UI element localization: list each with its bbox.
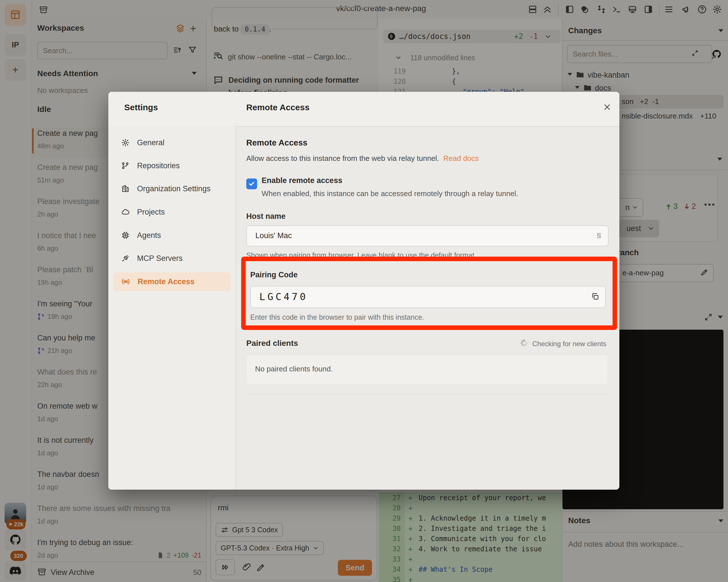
nav-item-agents[interactable]: Agents — [113, 226, 231, 245]
nav-item-organization-settings[interactable]: Organization Settings — [113, 179, 231, 198]
paired-empty-text: No paired clients found. — [255, 365, 333, 373]
enable-remote-access-checkbox[interactable] — [246, 178, 257, 189]
paired-clients-box: No paired clients found. — [246, 355, 608, 385]
nav-item-repositories[interactable]: Repositories — [113, 156, 231, 175]
text-cursor-icon — [596, 231, 603, 240]
host-name-value: Louis' Mac — [255, 231, 292, 240]
settings-title: Settings — [124, 103, 158, 112]
modal-header: Settings Remote Access — [108, 92, 619, 127]
host-name-label: Host name — [246, 212, 286, 221]
checkbox-label[interactable]: Enable remote access — [262, 176, 342, 185]
checkbox-description: When enabled, this instance can be acces… — [262, 189, 518, 198]
nav-item-mcp-servers[interactable]: MCP Servers — [113, 249, 231, 268]
app-window: vk/ccf0-create-a-new-pag — [0, 0, 728, 582]
close-icon[interactable] — [602, 102, 612, 112]
modal-divider — [246, 394, 607, 394]
section-description: Allow access to this instance from the w… — [246, 154, 478, 163]
host-name-input[interactable]: Louis' Mac — [246, 225, 608, 246]
settings-nav: General Repositories Organization Settin… — [108, 126, 236, 490]
nav-item-general[interactable]: General — [113, 133, 231, 152]
modal-page-title: Remote Access — [246, 103, 309, 112]
spinner-icon — [520, 339, 528, 347]
paired-clients-title: Paired clients — [246, 339, 298, 348]
paired-status: Checking for new clients — [532, 340, 606, 348]
annotation-highlight-box — [241, 257, 617, 330]
read-docs-link[interactable]: Read docs — [443, 154, 478, 163]
nav-item-remote-access[interactable]: Remote Access — [113, 272, 231, 291]
section-title: Remote Access — [246, 138, 307, 147]
nav-item-projects[interactable]: Projects — [113, 203, 231, 221]
